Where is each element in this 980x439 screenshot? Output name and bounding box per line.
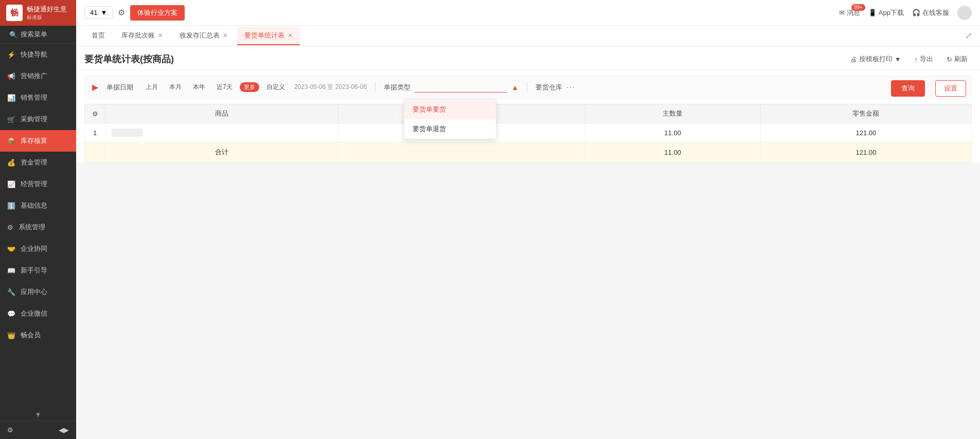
sidebar-item-system[interactable]: ⚙ 系统管理 xyxy=(0,216,76,238)
type-input[interactable] xyxy=(415,82,507,93)
tab-home[interactable]: 首页 xyxy=(84,27,112,45)
content-area: 要货单统计表(按商品) 🖨 按模板打印 ▼ ↑ 导出 ↻ 刷新 xyxy=(76,46,980,439)
marketing-icon: 📢 xyxy=(7,72,15,80)
download-icon: 📱 xyxy=(868,9,877,16)
sidebar-item-finance[interactable]: 💰 资金管理 xyxy=(0,152,76,173)
tab-batch-account-close[interactable]: ✕ xyxy=(158,32,163,39)
export-button[interactable]: ↑ 导出 xyxy=(911,52,938,66)
sidebar-item-member[interactable]: 👑 畅会员 xyxy=(0,324,76,346)
query-button[interactable]: 查询 xyxy=(891,80,925,97)
online-service-label: 在线客服 xyxy=(922,8,949,17)
tab-summary-label: 收发存汇总表 xyxy=(180,31,220,40)
dropdown-item-order[interactable]: 要货单要货 xyxy=(404,100,496,119)
date-label: 单据日期 xyxy=(106,83,133,92)
tab-summary-close[interactable]: ✕ xyxy=(223,32,228,39)
sidebar-nav: ⚡ 快捷导航 📢 营销推广 📊 销售管理 🛒 采购管理 📦 库存核算 💰 资金管… xyxy=(0,44,76,409)
tab-summary[interactable]: 收发存汇总表 ✕ xyxy=(172,27,235,45)
sidebar-footer: ⚙ ◀▶ xyxy=(0,420,76,439)
store-chevron-icon: ▼ xyxy=(100,9,107,16)
filter-toggle-button[interactable]: ▶ xyxy=(92,82,98,92)
message-button[interactable]: ✉ 消息 99+ xyxy=(839,8,860,17)
store-selector[interactable]: 41 ▼ xyxy=(84,6,113,19)
date-custom[interactable]: 自定义 xyxy=(262,81,289,93)
sidebar-item-inventory[interactable]: 📦 库存核算 xyxy=(0,130,76,152)
search-icon: 🔍 xyxy=(9,31,17,39)
table-row: 1 块 11.00 121.00 xyxy=(85,123,972,142)
date-this-year[interactable]: 本年 xyxy=(189,81,209,93)
page-header: 要货单统计表(按商品) 🖨 按模板打印 ▼ ↑ 导出 ↻ 刷新 xyxy=(76,46,980,70)
row-quantity: 11.00 xyxy=(585,123,760,142)
dropdown-item-return[interactable]: 要货单退货 xyxy=(404,119,496,139)
system-label: 系统管理 xyxy=(19,223,45,232)
refresh-button[interactable]: ↻ 刷新 xyxy=(942,52,972,66)
col-quantity: 主数量 xyxy=(585,104,760,123)
app-download-label: App下载 xyxy=(879,8,904,17)
export-icon: ↑ xyxy=(915,56,918,63)
app-title: 畅捷通好生意 标准版 xyxy=(27,5,67,21)
tab-order-stats[interactable]: 要货单统计表 ✕ xyxy=(237,27,300,45)
wechat-label: 企业微信 xyxy=(21,309,47,318)
filter-settings-button[interactable]: 设置 xyxy=(935,80,966,97)
sidebar-item-operations[interactable]: 📈 经营管理 xyxy=(0,173,76,195)
app-logo: 畅 xyxy=(6,5,23,21)
settings-icon[interactable]: ⚙ xyxy=(7,426,13,434)
sidebar-search[interactable]: 🔍 搜索菜单 xyxy=(0,26,76,44)
date-more-button[interactable]: 更多 xyxy=(240,82,259,92)
row-product xyxy=(105,123,338,142)
enterprise-icon: 🤝 xyxy=(7,245,15,253)
inventory-icon: 📦 xyxy=(7,137,15,145)
sidebar-item-guide[interactable]: 📖 新手引导 xyxy=(0,260,76,281)
tab-expand-button[interactable]: ⤢ xyxy=(965,31,972,41)
member-icon: 👑 xyxy=(7,332,15,339)
finance-label: 资金管理 xyxy=(21,158,47,167)
sidebar-item-quick-nav[interactable]: ⚡ 快捷导航 xyxy=(0,44,76,65)
type-chevron-up-icon[interactable]: ▲ xyxy=(511,83,519,92)
sidebar-item-wechat[interactable]: 💬 企业微信 xyxy=(0,303,76,324)
col-settings[interactable]: ⚙ xyxy=(85,104,105,123)
apps-label: 应用中心 xyxy=(21,287,47,297)
tab-order-stats-close[interactable]: ✕ xyxy=(288,32,293,39)
user-avatar[interactable] xyxy=(957,6,972,20)
filter-bar: ▶ 单据日期 上月 本月 本年 近7天 更多 自定义 2023-05-06 至 … xyxy=(84,76,972,99)
warehouse-dots-icon[interactable]: ··· xyxy=(566,83,575,92)
tab-batch-account[interactable]: 库存批次账 ✕ xyxy=(114,27,170,45)
product-placeholder xyxy=(112,129,142,137)
date-last-7-days[interactable]: 近7天 xyxy=(212,81,237,93)
store-name: 41 xyxy=(90,9,97,16)
tab-order-stats-label: 要货单统计表 xyxy=(244,31,284,40)
print-chevron-icon: ▼ xyxy=(895,56,901,63)
total-row: 合计 11.00 121.00 xyxy=(85,142,972,162)
topbar-gear-button[interactable]: ⚙ xyxy=(118,8,125,17)
date-last-month[interactable]: 上月 xyxy=(141,81,162,93)
tabbar: 首页 库存批次账 ✕ 收发存汇总表 ✕ 要货单统计表 ✕ ⤢ xyxy=(76,26,980,46)
collapse-icon[interactable]: ◀▶ xyxy=(59,426,69,434)
date-this-month[interactable]: 本月 xyxy=(165,81,186,93)
print-button[interactable]: 🖨 按模板打印 ▼ xyxy=(846,52,905,66)
sidebar: 畅 畅捷通好生意 标准版 🔍 搜索菜单 ⚡ 快捷导航 📢 营销推广 📊 销售管理… xyxy=(0,0,76,439)
online-service-button[interactable]: 🎧 在线客服 xyxy=(912,8,949,17)
table-container: ⚙ 商品 主计量单位 主数量 零售金额 1 xyxy=(84,104,972,162)
member-label: 畅会员 xyxy=(21,331,41,340)
total-unit-empty xyxy=(338,142,585,162)
purchase-icon: 🛒 xyxy=(7,116,15,123)
guide-label: 新手引导 xyxy=(21,266,47,275)
row-amount: 121.00 xyxy=(760,123,971,142)
sidebar-item-sales[interactable]: 📊 销售管理 xyxy=(0,87,76,108)
col-amount: 零售金额 xyxy=(760,104,971,123)
operations-icon: 📈 xyxy=(7,180,15,188)
data-table: ⚙ 商品 主计量单位 主数量 零售金额 1 xyxy=(84,104,972,162)
search-label: 搜索菜单 xyxy=(21,30,47,39)
sidebar-item-purchase[interactable]: 🛒 采购管理 xyxy=(0,108,76,130)
warehouse-filter-field: 要货仓库 ··· xyxy=(536,83,575,92)
sidebar-item-marketing[interactable]: 📢 营销推广 xyxy=(0,65,76,87)
sidebar-item-apps[interactable]: 🔧 应用中心 xyxy=(0,281,76,303)
sidebar-scroll-down[interactable]: ▼ xyxy=(0,409,76,420)
main-area: 41 ▼ ⚙ 体验行业方案 ✉ 消息 99+ 📱 App下载 🎧 在线客服 xyxy=(76,0,980,439)
sidebar-item-enterprise[interactable]: 🤝 企业协同 xyxy=(0,238,76,260)
refresh-icon: ↻ xyxy=(947,56,952,63)
basics-icon: ℹ️ xyxy=(7,202,15,210)
sidebar-item-basics[interactable]: ℹ️ 基础信息 xyxy=(0,195,76,216)
app-download-button[interactable]: 📱 App下载 xyxy=(868,8,904,17)
trial-button[interactable]: 体验行业方案 xyxy=(130,5,185,21)
topbar-left: 41 ▼ ⚙ 体验行业方案 xyxy=(84,5,833,21)
